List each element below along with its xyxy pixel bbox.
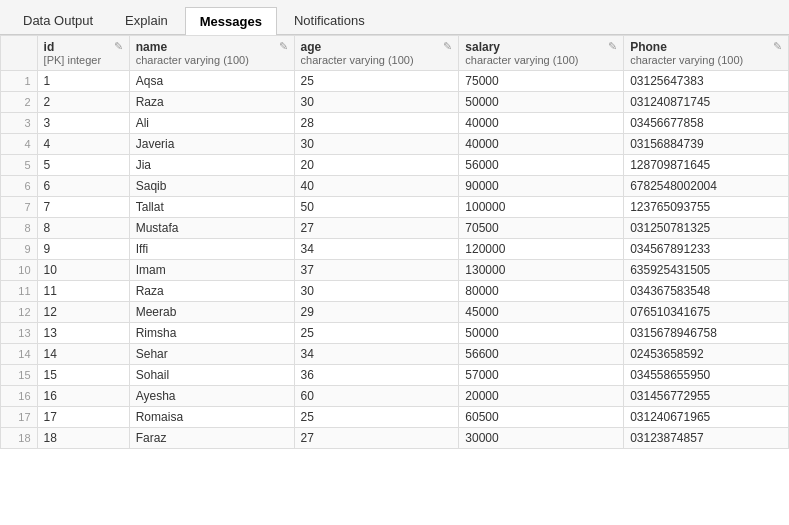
col-edit-age[interactable]: ✎ <box>443 40 452 53</box>
cell-name: Saqib <box>129 176 294 197</box>
cell-salary: 75000 <box>459 71 624 92</box>
cell-salary: 30000 <box>459 428 624 449</box>
cell-phone: 034558655950 <box>624 365 789 386</box>
col-edit-name[interactable]: ✎ <box>279 40 288 53</box>
table-row: 3 3 Ali 28 40000 03456677858 <box>1 113 789 134</box>
cell-phone: 031240671965 <box>624 407 789 428</box>
cell-name: Imam <box>129 260 294 281</box>
tab-data-output[interactable]: Data Output <box>8 6 108 34</box>
data-table: id ✎ [PK] integer name ✎ character varyi… <box>0 35 789 449</box>
cell-name: Ayesha <box>129 386 294 407</box>
cell-age: 60 <box>294 386 459 407</box>
col-type-name: character varying (100) <box>136 54 288 66</box>
cell-salary: 120000 <box>459 239 624 260</box>
row-number: 3 <box>1 113 38 134</box>
cell-phone: 0315678946758 <box>624 323 789 344</box>
col-edit-id[interactable]: ✎ <box>114 40 123 53</box>
row-number: 15 <box>1 365 38 386</box>
table-row: 6 6 Saqib 40 90000 6782548002004 <box>1 176 789 197</box>
col-type-age: character varying (100) <box>301 54 453 66</box>
cell-salary: 130000 <box>459 260 624 281</box>
table-row: 18 18 Faraz 27 30000 03123874857 <box>1 428 789 449</box>
row-number: 13 <box>1 323 38 344</box>
col-edit-phone[interactable]: ✎ <box>773 40 782 53</box>
cell-id: 17 <box>37 407 129 428</box>
cell-salary: 90000 <box>459 176 624 197</box>
cell-id: 7 <box>37 197 129 218</box>
col-type-phone: character varying (100) <box>630 54 782 66</box>
cell-phone: 031240871745 <box>624 92 789 113</box>
cell-id: 1 <box>37 71 129 92</box>
cell-phone: 034567891233 <box>624 239 789 260</box>
col-name-id: id <box>44 40 55 54</box>
cell-id: 4 <box>37 134 129 155</box>
cell-id: 16 <box>37 386 129 407</box>
cell-age: 30 <box>294 281 459 302</box>
cell-name: Jia <box>129 155 294 176</box>
cell-phone: 6782548002004 <box>624 176 789 197</box>
cell-age: 25 <box>294 407 459 428</box>
col-header-name: name ✎ character varying (100) <box>129 36 294 71</box>
cell-name: Javeria <box>129 134 294 155</box>
cell-id: 12 <box>37 302 129 323</box>
col-type-id: [PK] integer <box>44 54 123 66</box>
col-name-name: name <box>136 40 167 54</box>
tab-explain[interactable]: Explain <box>110 6 183 34</box>
cell-age: 37 <box>294 260 459 281</box>
cell-age: 27 <box>294 218 459 239</box>
cell-id: 15 <box>37 365 129 386</box>
cell-name: Aqsa <box>129 71 294 92</box>
cell-salary: 20000 <box>459 386 624 407</box>
row-number-header <box>1 36 38 71</box>
table-row: 16 16 Ayesha 60 20000 031456772955 <box>1 386 789 407</box>
cell-age: 34 <box>294 239 459 260</box>
cell-name: Sohail <box>129 365 294 386</box>
row-number: 10 <box>1 260 38 281</box>
cell-salary: 60500 <box>459 407 624 428</box>
cell-name: Faraz <box>129 428 294 449</box>
cell-name: Romaisa <box>129 407 294 428</box>
cell-name: Sehar <box>129 344 294 365</box>
row-number: 18 <box>1 428 38 449</box>
cell-age: 29 <box>294 302 459 323</box>
tab-messages[interactable]: Messages <box>185 7 277 35</box>
table-row: 7 7 Tallat 50 100000 123765093755 <box>1 197 789 218</box>
cell-age: 28 <box>294 113 459 134</box>
table-header-row: id ✎ [PK] integer name ✎ character varyi… <box>1 36 789 71</box>
cell-phone: 128709871645 <box>624 155 789 176</box>
cell-salary: 50000 <box>459 92 624 113</box>
row-number: 12 <box>1 302 38 323</box>
table-row: 11 11 Raza 30 80000 034367583548 <box>1 281 789 302</box>
cell-salary: 80000 <box>459 281 624 302</box>
table-row: 10 10 Imam 37 130000 635925431505 <box>1 260 789 281</box>
col-edit-salary[interactable]: ✎ <box>608 40 617 53</box>
cell-salary: 56000 <box>459 155 624 176</box>
cell-phone: 03125647383 <box>624 71 789 92</box>
cell-salary: 70500 <box>459 218 624 239</box>
cell-id: 10 <box>37 260 129 281</box>
cell-name: Rimsha <box>129 323 294 344</box>
cell-salary: 50000 <box>459 323 624 344</box>
cell-age: 50 <box>294 197 459 218</box>
cell-id: 14 <box>37 344 129 365</box>
col-header-phone: Phone ✎ character varying (100) <box>624 36 789 71</box>
cell-name: Ali <box>129 113 294 134</box>
cell-phone: 031250781325 <box>624 218 789 239</box>
cell-id: 3 <box>37 113 129 134</box>
row-number: 11 <box>1 281 38 302</box>
cell-salary: 40000 <box>459 113 624 134</box>
table-row: 8 8 Mustafa 27 70500 031250781325 <box>1 218 789 239</box>
cell-age: 27 <box>294 428 459 449</box>
cell-id: 2 <box>37 92 129 113</box>
cell-id: 5 <box>37 155 129 176</box>
col-name-age: age <box>301 40 322 54</box>
cell-name: Raza <box>129 281 294 302</box>
cell-phone: 03156884739 <box>624 134 789 155</box>
cell-id: 8 <box>37 218 129 239</box>
tab-notifications[interactable]: Notifications <box>279 6 380 34</box>
cell-id: 11 <box>37 281 129 302</box>
table-row: 5 5 Jia 20 56000 128709871645 <box>1 155 789 176</box>
cell-salary: 57000 <box>459 365 624 386</box>
cell-name: Raza <box>129 92 294 113</box>
cell-phone: 03456677858 <box>624 113 789 134</box>
